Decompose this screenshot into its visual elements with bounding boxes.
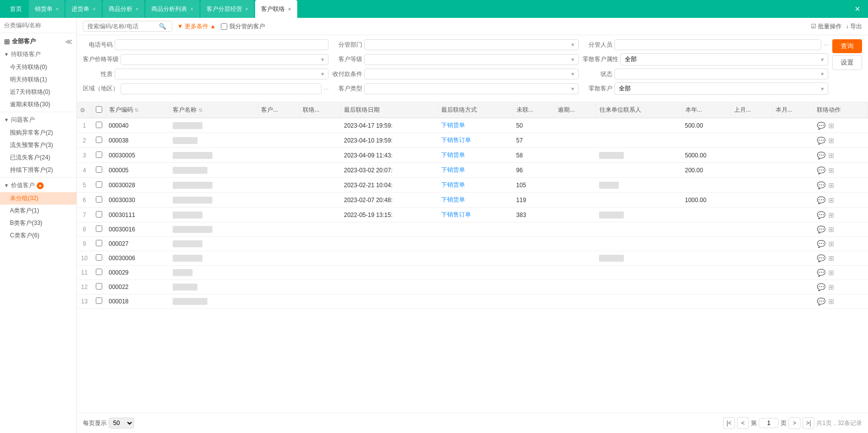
header-gear[interactable]: ⚙ bbox=[77, 102, 92, 118]
row-checkbox[interactable] bbox=[96, 122, 102, 128]
last-page-btn[interactable]: >| bbox=[802, 417, 814, 429]
my-customers-checkbox[interactable] bbox=[221, 23, 227, 30]
dept-select[interactable]: ▾ bbox=[364, 39, 578, 50]
search-input[interactable] bbox=[87, 23, 157, 30]
sidebar-item-class-c[interactable]: C类客户(6) bbox=[0, 229, 76, 242]
action-grid-icon[interactable]: ⊞ bbox=[828, 240, 834, 248]
row-checkbox-cell[interactable] bbox=[92, 251, 106, 266]
action-message-icon[interactable]: 💬 bbox=[817, 151, 825, 159]
action-grid-icon[interactable]: ⊞ bbox=[828, 269, 834, 277]
first-page-btn[interactable]: |< bbox=[723, 417, 735, 429]
reset-button[interactable]: 设置 bbox=[832, 55, 862, 70]
action-grid-icon[interactable]: ⊞ bbox=[828, 137, 834, 144]
tab-product-analysis-close[interactable]: × bbox=[135, 6, 138, 12]
tab-customer-contact[interactable]: 客户联络 × bbox=[255, 0, 297, 18]
action-message-icon[interactable]: 💬 bbox=[817, 137, 825, 144]
row-checkbox-cell[interactable] bbox=[92, 148, 106, 163]
manager-input[interactable] bbox=[614, 39, 821, 50]
row-checkbox[interactable] bbox=[96, 254, 102, 261]
action-message-icon[interactable]: 💬 bbox=[817, 181, 825, 189]
row-checkbox[interactable] bbox=[96, 211, 102, 217]
action-grid-icon[interactable]: ⊞ bbox=[828, 297, 834, 305]
tab-customer-layer-close[interactable]: × bbox=[245, 6, 248, 12]
action-grid-icon[interactable]: ⊞ bbox=[828, 283, 834, 291]
row-checkbox[interactable] bbox=[96, 297, 102, 304]
row-checkbox[interactable] bbox=[96, 283, 102, 289]
last-method-link[interactable]: 下销货单 bbox=[441, 151, 465, 158]
region-input[interactable] bbox=[121, 83, 322, 94]
more-conditions-btn[interactable]: ▼ 更多条件 ▲ bbox=[177, 22, 216, 31]
manager-dots[interactable]: ··· bbox=[823, 41, 828, 48]
batch-op-btn[interactable]: ☑ 批量操作 bbox=[811, 22, 842, 31]
sidebar-item-class-a[interactable]: A类客户(1) bbox=[0, 205, 76, 217]
retail-attr-select[interactable]: 全部 ▾ bbox=[620, 53, 828, 66]
action-message-icon[interactable]: 💬 bbox=[817, 211, 825, 219]
sidebar-item-declining[interactable]: 持续下滑客户(2) bbox=[0, 164, 76, 176]
query-button[interactable]: 查询 bbox=[832, 39, 862, 53]
sidebar-item-class-b[interactable]: B类客户(33) bbox=[0, 217, 76, 229]
nature-select[interactable]: ▾ bbox=[115, 69, 329, 79]
row-checkbox-cell[interactable] bbox=[92, 222, 106, 237]
sidebar-item-churn-warning[interactable]: 流失预警客户(3) bbox=[0, 139, 76, 151]
sidebar-item-ungrouped[interactable]: 未分组(32) bbox=[0, 192, 76, 205]
action-message-icon[interactable]: 💬 bbox=[817, 283, 825, 291]
customer-grade-select[interactable]: ▾ bbox=[364, 54, 578, 65]
row-checkbox[interactable] bbox=[96, 240, 102, 246]
sidebar-item-today-pending[interactable]: 今天待联络(0) bbox=[0, 61, 76, 73]
row-checkbox-cell[interactable] bbox=[92, 118, 106, 133]
export-btn[interactable]: ↓ 导出 bbox=[846, 22, 862, 31]
prev-page-btn[interactable]: < bbox=[737, 417, 749, 429]
tab-purchase-close[interactable]: × bbox=[92, 6, 95, 12]
sidebar-item-tomorrow-pending[interactable]: 明天待联络(1) bbox=[0, 73, 76, 86]
tab-customer-contact-close[interactable]: × bbox=[288, 6, 291, 12]
tab-product-analysis-list[interactable]: 商品分析列表 × bbox=[145, 0, 199, 18]
header-name[interactable]: 客户名称 ⇅ bbox=[170, 102, 258, 118]
action-message-icon[interactable]: 💬 bbox=[817, 269, 825, 277]
action-grid-icon[interactable]: ⊞ bbox=[828, 254, 834, 262]
action-grid-icon[interactable]: ⊞ bbox=[828, 151, 834, 159]
row-checkbox-cell[interactable] bbox=[92, 193, 106, 208]
last-method-link[interactable]: 下销货单 bbox=[441, 181, 465, 188]
tab-sales[interactable]: 销货单 × bbox=[29, 0, 65, 18]
header-checkbox[interactable] bbox=[92, 102, 106, 118]
last-method-link[interactable]: 下销货单 bbox=[441, 166, 465, 173]
status-select[interactable]: ▾ bbox=[614, 69, 828, 79]
action-message-icon[interactable]: 💬 bbox=[817, 166, 825, 174]
action-grid-icon[interactable]: ⊞ bbox=[828, 166, 834, 174]
sidebar-collapse-btn[interactable]: ≪ bbox=[65, 38, 72, 46]
last-method-link[interactable]: 下销货单 bbox=[441, 122, 465, 129]
row-checkbox[interactable] bbox=[96, 269, 102, 275]
tab-product-analysis[interactable]: 商品分析 × bbox=[103, 0, 144, 18]
payment-select[interactable]: ▾ bbox=[364, 69, 578, 79]
next-page-btn[interactable]: > bbox=[789, 417, 801, 429]
action-grid-icon[interactable]: ⊞ bbox=[828, 122, 834, 130]
page-input[interactable] bbox=[759, 418, 779, 428]
row-checkbox-cell[interactable] bbox=[92, 133, 106, 148]
sidebar-item-churned[interactable]: 已流失客户(24) bbox=[0, 151, 76, 164]
row-checkbox-cell[interactable] bbox=[92, 280, 106, 294]
header-code[interactable]: 客户编码 ⇅ bbox=[106, 102, 170, 118]
row-checkbox-cell[interactable] bbox=[92, 294, 106, 309]
sidebar-search-input[interactable] bbox=[4, 22, 77, 29]
row-checkbox-cell[interactable] bbox=[92, 178, 106, 193]
row-checkbox-cell[interactable] bbox=[92, 237, 106, 251]
select-all-checkbox[interactable] bbox=[96, 106, 102, 113]
my-customers-checkbox-group[interactable]: 我分管的客户 bbox=[221, 22, 265, 31]
action-message-icon[interactable]: 💬 bbox=[817, 225, 825, 233]
region-dots[interactable]: ··· bbox=[324, 85, 329, 92]
retail-select[interactable]: 全部 ▾ bbox=[614, 82, 828, 95]
sidebar-item-abnormal[interactable]: 囤购异常客户(2) bbox=[0, 127, 76, 139]
customer-type-select[interactable]: ▾ bbox=[364, 83, 578, 94]
row-checkbox[interactable] bbox=[96, 196, 102, 203]
sidebar-group-problem[interactable]: ▼ 问题客户 bbox=[0, 113, 76, 127]
action-message-icon[interactable]: 💬 bbox=[817, 122, 825, 130]
action-grid-icon[interactable]: ⊞ bbox=[828, 211, 834, 219]
action-message-icon[interactable]: 💬 bbox=[817, 254, 825, 262]
gear-icon[interactable]: ⚙ bbox=[80, 107, 85, 114]
action-grid-icon[interactable]: ⊞ bbox=[828, 181, 834, 189]
tab-customer-layer[interactable]: 客户分层经营 × bbox=[200, 0, 254, 18]
row-checkbox[interactable] bbox=[96, 225, 102, 232]
last-method-link[interactable]: 下销售订单 bbox=[441, 137, 471, 144]
row-checkbox[interactable] bbox=[96, 151, 102, 158]
last-method-link[interactable]: 下销货单 bbox=[441, 196, 465, 203]
